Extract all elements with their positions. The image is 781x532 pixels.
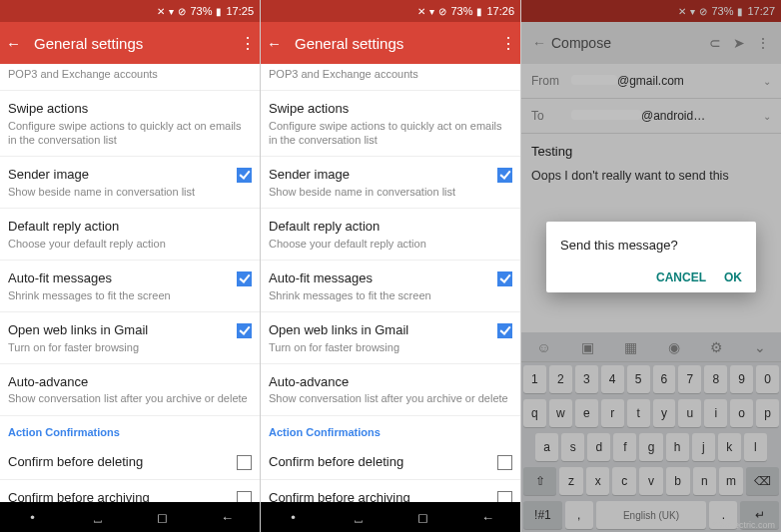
checkbox[interactable] xyxy=(486,321,512,338)
watermark: 365electric.com xyxy=(712,520,775,530)
list-item[interactable]: Confirm before archiving xyxy=(0,480,260,502)
screen-compose: ✕ ▾ ⊘ 73% ▮ 17:27 ← Compose ⊂ ➤ ⋮ From @… xyxy=(521,0,781,532)
wifi-icon: ▾ xyxy=(169,6,174,17)
cancel-button[interactable]: CANCEL xyxy=(656,270,706,284)
battery-icon: ▮ xyxy=(216,6,222,17)
list-item[interactable]: Auto-advanceShow conversation list after… xyxy=(0,364,260,416)
back-icon[interactable]: ← xyxy=(267,35,295,52)
list-item[interactable]: Sender imageShow beside name in conversa… xyxy=(261,157,520,209)
battery-text: 73% xyxy=(450,5,472,17)
list-item[interactable]: Swipe actionsConfigure swipe actions to … xyxy=(0,91,260,157)
list-item[interactable]: Confirm before archiving xyxy=(261,480,520,502)
checkbox[interactable] xyxy=(226,489,252,502)
nav-bar: • ⎵ ◻ ← xyxy=(261,502,520,532)
checkbox[interactable] xyxy=(486,489,512,502)
list-item[interactable]: POP3 and Exchange accounts xyxy=(0,64,260,91)
dot-icon[interactable]: • xyxy=(26,510,40,525)
list-item[interactable]: Swipe actionsConfigure swipe actions to … xyxy=(261,91,520,157)
checkbox[interactable] xyxy=(486,166,512,183)
checkbox[interactable] xyxy=(486,453,512,470)
dot-icon[interactable]: • xyxy=(287,510,301,525)
clock: 17:25 xyxy=(226,5,254,17)
list-item[interactable]: Auto-fit messagesShrink messages to fit … xyxy=(0,261,260,312)
list-item[interactable]: Confirm before deleting xyxy=(261,444,520,481)
back-nav-icon[interactable]: ← xyxy=(221,510,235,525)
confirm-group: Confirm before deletingConfirm before ar… xyxy=(0,444,260,502)
clock: 17:26 xyxy=(486,5,514,17)
appbar-title: General settings xyxy=(295,35,496,52)
screen-settings-before: ✕ ▾ ⊘ 73% ▮ 17:25 ← General settings ⋮ P… xyxy=(0,0,261,532)
dnd-icon: ⊘ xyxy=(178,6,186,17)
app-bar: ← General settings ⋮ xyxy=(0,22,260,64)
recents-icon[interactable]: ⎵ xyxy=(352,510,366,525)
back-icon[interactable]: ← xyxy=(6,35,34,52)
dnd-icon: ⊘ xyxy=(438,6,446,17)
dialog-scrim[interactable]: Send this message? CANCEL OK xyxy=(521,0,781,532)
settings-group: Swipe actionsConfigure swipe actions to … xyxy=(261,91,520,415)
home-icon[interactable]: ◻ xyxy=(416,510,430,525)
dialog-message: Send this message? xyxy=(560,238,742,253)
back-nav-icon[interactable]: ← xyxy=(481,510,495,525)
checkbox[interactable] xyxy=(226,321,252,338)
status-bar: ✕ ▾ ⊘ 73% ▮ 17:26 xyxy=(261,0,520,22)
settings-list[interactable]: POP3 and Exchange accounts Swipe actions… xyxy=(0,64,260,502)
list-item[interactable]: Auto-fit messagesShrink messages to fit … xyxy=(261,261,520,312)
battery-text: 73% xyxy=(190,5,212,17)
wifi-icon: ▾ xyxy=(429,6,434,17)
list-item[interactable]: Open web links in GmailTurn on for faste… xyxy=(0,312,260,364)
list-item[interactable]: POP3 and Exchange accounts xyxy=(261,64,520,91)
settings-group: Swipe actionsConfigure swipe actions to … xyxy=(0,91,260,415)
settings-list[interactable]: POP3 and Exchange accounts Swipe actions… xyxy=(261,64,520,502)
battery-icon: ▮ xyxy=(476,6,482,17)
list-item[interactable]: Sender imageShow beside name in conversa… xyxy=(0,157,260,209)
app-bar: ← General settings ⋮ xyxy=(261,22,520,64)
list-item[interactable]: Confirm before deleting xyxy=(0,444,260,481)
mute-icon: ✕ xyxy=(157,6,165,17)
section-header: Action Confirmations xyxy=(0,416,260,444)
checkbox[interactable] xyxy=(226,269,252,286)
home-icon[interactable]: ◻ xyxy=(156,510,170,525)
nav-bar: • ⎵ ◻ ← xyxy=(0,502,260,532)
checkbox[interactable] xyxy=(486,269,512,286)
list-item[interactable]: Default reply actionChoose your default … xyxy=(261,209,520,261)
confirm-send-dialog: Send this message? CANCEL OK xyxy=(546,222,756,292)
list-item[interactable]: Auto-advanceShow conversation list after… xyxy=(261,364,520,416)
appbar-title: General settings xyxy=(34,35,236,52)
list-item[interactable]: Open web links in GmailTurn on for faste… xyxy=(261,312,520,364)
screen-settings-after: ✕ ▾ ⊘ 73% ▮ 17:26 ← General settings ⋮ P… xyxy=(261,0,521,532)
checkbox[interactable] xyxy=(226,166,252,183)
recents-icon[interactable]: ⎵ xyxy=(91,510,105,525)
list-item[interactable]: Default reply actionChoose your default … xyxy=(0,209,260,261)
mute-icon: ✕ xyxy=(417,6,425,17)
confirm-group: Confirm before deletingConfirm before ar… xyxy=(261,444,520,502)
overflow-icon[interactable]: ⋮ xyxy=(236,34,254,53)
section-header: Action Confirmations xyxy=(261,416,520,444)
status-bar: ✕ ▾ ⊘ 73% ▮ 17:25 xyxy=(0,0,260,22)
ok-button[interactable]: OK xyxy=(724,270,742,284)
checkbox[interactable] xyxy=(226,453,252,470)
overflow-icon[interactable]: ⋮ xyxy=(496,34,514,53)
